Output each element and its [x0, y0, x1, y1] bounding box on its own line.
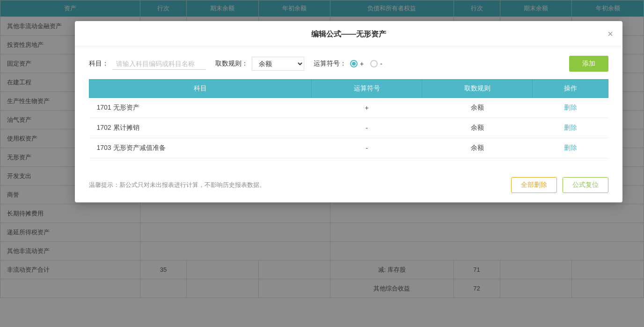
cell-action: 删除 [533, 138, 608, 158]
modal-footer: 温馨提示：新公式只对未出报表进行计算，不影响历史报表数据。 全部删除 公式复位 [75, 168, 622, 202]
delete-all-button[interactable]: 全部删除 [511, 177, 557, 193]
col-subject: 科目 [89, 80, 312, 98]
operator-group: 运算符号： + - [314, 59, 382, 68]
subject-input[interactable] [112, 58, 206, 70]
cell-operator: - [311, 118, 422, 138]
operator-label: 运算符号： [314, 59, 346, 68]
subject-group: 科目： [89, 58, 206, 70]
footer-hint: 温馨提示：新公式只对未出报表进行计算，不影响历史报表数据。 [89, 181, 265, 189]
radio-plus-circle [350, 60, 358, 67]
cell-rule: 余额 [422, 98, 533, 118]
reset-formula-button[interactable]: 公式复位 [563, 177, 608, 193]
radio-minus[interactable]: - [370, 60, 382, 67]
radio-plus-label: + [360, 60, 364, 67]
cell-operator: - [311, 138, 422, 158]
delete-row-1-button[interactable]: 删除 [564, 124, 577, 132]
cell-rule: 余额 [422, 138, 533, 158]
subject-label: 科目： [89, 59, 109, 68]
cell-subject: 1701 无形资产 [89, 98, 312, 118]
rule-select[interactable]: 余额 借方 贷方 借方发生额 贷方发生额 [252, 57, 304, 71]
edit-formula-modal: 编辑公式——无形资产 × 科目： 取数规则： 余额 借方 贷方 借方发生额 贷方… [75, 21, 622, 202]
cell-action: 删除 [533, 118, 608, 138]
radio-plus[interactable]: + [350, 60, 364, 67]
table-row: 1702 累计摊销-余额删除 [89, 118, 608, 138]
data-table: 科目 运算符号 取数规则 操作 1701 无形资产+余额删除1702 累计摊销-… [89, 79, 608, 158]
radio-group: + - [350, 60, 382, 67]
table-row: 1703 无形资产减值准备-余额删除 [89, 138, 608, 158]
cell-subject: 1702 累计摊销 [89, 118, 312, 138]
col-action: 操作 [533, 80, 608, 98]
rule-label: 取数规则： [215, 59, 248, 68]
modal-header: 编辑公式——无形资产 × [75, 21, 622, 46]
radio-minus-circle [370, 60, 378, 67]
col-rule: 取数规则 [422, 80, 533, 98]
cell-action: 删除 [533, 98, 608, 118]
close-button[interactable]: × [607, 29, 613, 38]
rule-select-wrapper: 余额 借方 贷方 借方发生额 贷方发生额 [252, 57, 304, 71]
table-header-row: 科目 运算符号 取数规则 操作 [89, 80, 608, 98]
cell-rule: 余额 [422, 118, 533, 138]
col-operator: 运算符号 [311, 80, 422, 98]
data-table-wrapper: 科目 运算符号 取数规则 操作 1701 无形资产+余额删除1702 累计摊销-… [75, 79, 622, 158]
add-button[interactable]: 添加 [569, 56, 608, 72]
modal-title: 编辑公式——无形资产 [311, 30, 386, 39]
footer-buttons: 全部删除 公式复位 [511, 177, 608, 193]
table-row: 1701 无形资产+余额删除 [89, 98, 608, 118]
delete-row-2-button[interactable]: 删除 [564, 144, 577, 152]
form-row: 科目： 取数规则： 余额 借方 贷方 借方发生额 贷方发生额 运算符号： + [75, 46, 622, 79]
radio-minus-label: - [380, 60, 382, 67]
delete-row-0-button[interactable]: 删除 [564, 104, 577, 112]
cell-subject: 1703 无形资产减值准备 [89, 138, 312, 158]
cell-operator: + [311, 98, 422, 118]
rule-group: 取数规则： 余额 借方 贷方 借方发生额 贷方发生额 [215, 57, 304, 71]
